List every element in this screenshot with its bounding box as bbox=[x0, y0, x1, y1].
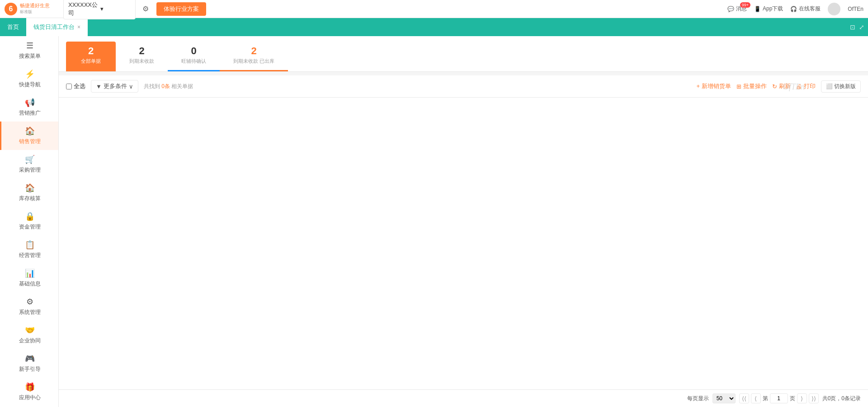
online-service-action[interactable]: 🎧 在线客服 bbox=[790, 5, 821, 13]
sidebar-appstore-label: 应用中心 bbox=[19, 394, 41, 402]
sidebar-item-marketing[interactable]: 📢 营销推广 bbox=[0, 93, 58, 122]
result-suffix: 相关单据 bbox=[171, 83, 193, 89]
switch-version-button[interactable]: ⬜ 切换新版 bbox=[821, 80, 861, 93]
top-header: 6 畅捷通好生意 标准版 XXXXXX公司 ▾ ⚙ 体验行业方案 💬 消息 99… bbox=[0, 0, 868, 18]
page-label: 第 bbox=[763, 395, 768, 402]
sidebar-purchase-label: 采购管理 bbox=[19, 166, 41, 174]
online-service-label: 在线客服 bbox=[799, 5, 821, 13]
app-download-label: App下载 bbox=[763, 5, 783, 13]
stat-all-number: 2 bbox=[88, 45, 94, 57]
stat-tab-wangfu[interactable]: 0 旺辅待确认 bbox=[168, 42, 220, 71]
switch-label: 切换新版 bbox=[834, 83, 856, 89]
stat-tab-all[interactable]: 2 全部单据 bbox=[66, 42, 116, 71]
result-count: 0条 bbox=[161, 83, 170, 89]
appstore-icon: 🎁 bbox=[25, 382, 35, 392]
header-right: 💬 消息 99+ 📱 App下载 🎧 在线客服 OfTEn bbox=[727, 3, 863, 15]
operation-icon: 📋 bbox=[25, 240, 35, 250]
tab-work-station-label: 钱货日清工作台 bbox=[33, 23, 75, 31]
sidebar-item-search[interactable]: ☰ 搜索菜单 bbox=[0, 36, 58, 65]
stat-overdue-number: 2 bbox=[139, 45, 144, 57]
stat-overdue-shipped-label: 到期未收款 已出库 bbox=[233, 58, 274, 65]
enterprise-icon: 🤝 bbox=[25, 325, 35, 335]
marketing-icon: 📢 bbox=[25, 98, 35, 108]
page-nav: ⟨⟨ ⟨ 第 页 ⟩ ⟩⟩ bbox=[739, 393, 819, 403]
tab-home[interactable]: 首页 bbox=[0, 18, 26, 36]
sidebar-basic-label: 基础信息 bbox=[19, 280, 41, 288]
batch-icon: ⊞ bbox=[736, 83, 741, 90]
sidebar-item-system[interactable]: ⚙ 系统管理 bbox=[0, 292, 58, 321]
pagination-bar: 每页显示 50 100 200 ⟨⟨ ⟨ 第 页 ⟩ ⟩⟩ 共0页，0条记录 bbox=[59, 389, 868, 407]
settings-icon[interactable]: ⚙ bbox=[139, 3, 152, 15]
sidebar-item-operation[interactable]: 📋 经营管理 bbox=[0, 235, 58, 264]
tab-restore-icon[interactable]: ⊡ bbox=[850, 23, 855, 31]
page-next-button[interactable]: ⟩ bbox=[797, 393, 807, 403]
total-label: 共0页，0条记录 bbox=[822, 395, 861, 402]
service-icon: 🎧 bbox=[790, 6, 797, 12]
finance-icon: 🔒 bbox=[25, 211, 35, 221]
search-menu-icon: ☰ bbox=[26, 41, 33, 51]
tab-home-label: 首页 bbox=[7, 23, 19, 31]
sidebar-item-guide[interactable]: 🎮 新手引导 bbox=[0, 349, 58, 378]
basic-icon: 📊 bbox=[25, 268, 35, 278]
sidebar-item-purchase[interactable]: 🛒 采购管理 bbox=[0, 150, 58, 178]
user-name: OfTEn bbox=[848, 6, 863, 12]
page-suffix: 页 bbox=[790, 395, 795, 402]
filter-icon: ▼ bbox=[96, 83, 102, 90]
batch-operation-button[interactable]: ⊞ 批量操作 bbox=[736, 82, 767, 90]
tab-work-station[interactable]: 钱货日清工作台 × bbox=[26, 18, 88, 36]
inventory-icon: 🏠 bbox=[25, 183, 35, 193]
sidebar-enterprise-label: 企业协同 bbox=[19, 337, 41, 345]
avatar[interactable] bbox=[828, 3, 840, 15]
stat-wangfu-label: 旺辅待确认 bbox=[181, 58, 206, 65]
tab-close-icon[interactable]: × bbox=[77, 24, 80, 30]
message-action[interactable]: 💬 消息 99+ bbox=[727, 5, 747, 13]
sidebar-system-label: 系统管理 bbox=[19, 309, 41, 316]
stat-tab-overdue-shipped[interactable]: 2 到期未收款 已出库 bbox=[220, 42, 288, 71]
refresh-button[interactable]: ↻ 刷新 bbox=[772, 82, 791, 90]
tab-maximize-icon[interactable]: ⤢ bbox=[859, 23, 864, 31]
sidebar: ☰ 搜索菜单 ⚡ 快捷导航 📢 营销推广 🏠 销售管理 🛒 采购管理 🏠 库存核… bbox=[0, 36, 59, 407]
logo-area: 6 畅捷通好生意 标准版 bbox=[5, 3, 63, 15]
sidebar-item-basic[interactable]: 📊 基础信息 bbox=[0, 264, 58, 292]
sidebar-finance-label: 资金管理 bbox=[19, 223, 41, 231]
logo-text: 畅捷通好生意 bbox=[20, 3, 50, 9]
table-area bbox=[59, 98, 868, 389]
page-first-button[interactable]: ⟨⟨ bbox=[739, 393, 749, 403]
nav-tabs-right: ⊡ ⤢ bbox=[850, 18, 868, 36]
guide-icon: 🎮 bbox=[25, 354, 35, 364]
dropdown-arrow-icon: ▾ bbox=[100, 5, 131, 12]
trial-button[interactable]: 体验行业方案 bbox=[156, 2, 206, 16]
sidebar-sales-label: 销售管理 bbox=[19, 138, 41, 145]
sidebar-item-nav[interactable]: ⚡ 快捷导航 bbox=[0, 65, 58, 93]
stat-tab-overdue[interactable]: 2 到期未收款 bbox=[116, 42, 168, 71]
sidebar-item-enterprise[interactable]: 🤝 企业协同 bbox=[0, 321, 58, 349]
sidebar-operation-label: 经营管理 bbox=[19, 252, 41, 259]
print-label: 打印 bbox=[804, 82, 816, 90]
per-page-label: 每页显示 bbox=[687, 395, 709, 402]
per-page-select[interactable]: 50 100 200 bbox=[712, 393, 736, 403]
sidebar-item-appstore[interactable]: 🎁 应用中心 bbox=[0, 378, 58, 406]
sidebar-item-inventory[interactable]: 🏠 库存核算 bbox=[0, 178, 58, 207]
sidebar-nav-label: 快捷导航 bbox=[19, 81, 41, 89]
purchase-icon: 🛒 bbox=[25, 154, 35, 164]
page-prev-button[interactable]: ⟨ bbox=[751, 393, 761, 403]
select-all-label: 全选 bbox=[74, 82, 85, 90]
company-name: XXXXXX公司 bbox=[68, 1, 99, 17]
sidebar-marketing-label: 营销推广 bbox=[19, 109, 41, 117]
sidebar-inventory-label: 库存核算 bbox=[19, 195, 41, 202]
page-last-button[interactable]: ⟩⟩ bbox=[809, 393, 819, 403]
app-download-action[interactable]: 📱 App下载 bbox=[754, 5, 783, 13]
sidebar-item-finance[interactable]: 🔒 资金管理 bbox=[0, 207, 58, 235]
filter-label: 更多条件 bbox=[104, 82, 127, 90]
company-selector[interactable]: XXXXXX公司 ▾ bbox=[63, 0, 136, 19]
select-all-input[interactable] bbox=[66, 84, 72, 89]
message-badge: 99+ bbox=[740, 2, 750, 8]
print-button[interactable]: 🖨 打印 bbox=[796, 82, 816, 90]
batch-label: 批量操作 bbox=[743, 82, 767, 90]
add-sale-order-button[interactable]: + 新增销货单 bbox=[696, 82, 731, 90]
sidebar-search-label: 搜索菜单 bbox=[19, 52, 41, 60]
filter-button[interactable]: ▼ 更多条件 ∨ bbox=[91, 80, 138, 93]
sidebar-item-sales[interactable]: 🏠 销售管理 bbox=[0, 122, 58, 150]
page-number-input[interactable] bbox=[770, 393, 788, 403]
select-all-checkbox[interactable]: 全选 bbox=[66, 82, 85, 90]
